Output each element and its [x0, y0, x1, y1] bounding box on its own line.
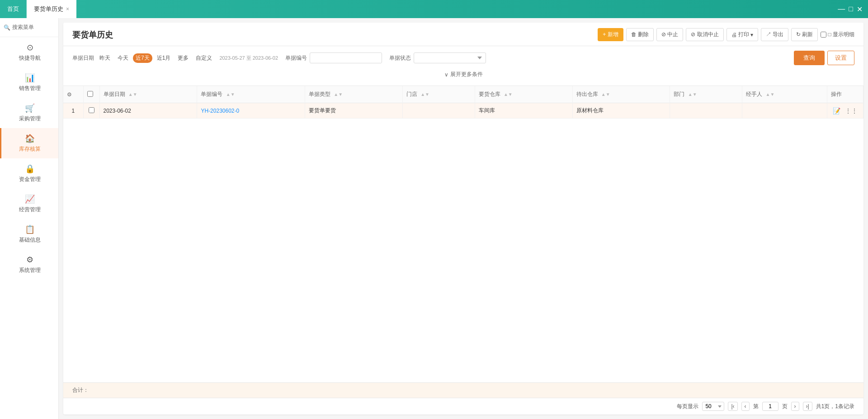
col-header-reqwarehouse[interactable]: 要货仓库 ▲▼ [475, 86, 572, 103]
col-header-pendingwarehouse[interactable]: 待出仓库 ▲▼ [572, 86, 670, 103]
finance-icon: 🔒 [25, 164, 35, 174]
print-icon: 🖨 [731, 32, 737, 38]
sort-icon-docno: ▲▼ [226, 92, 235, 97]
shortcut-7days[interactable]: 近7天 [133, 53, 152, 63]
docno-filter-label: 单据编号 [285, 54, 307, 62]
shortcut-yesterday[interactable]: 昨天 [97, 53, 113, 63]
refresh-button[interactable]: ↻ 刷新 [791, 28, 818, 41]
sidebar-item-label: 库存核算 [19, 145, 41, 153]
row-store [402, 103, 475, 119]
close-window-icon[interactable]: ✕ [857, 5, 863, 14]
row-edit-icon[interactable]: 📝 [833, 107, 840, 114]
col-header-settings[interactable]: ⚙ [63, 86, 83, 103]
sidebar-item-quick-nav[interactable]: ⊙ 快捷导航 [0, 37, 58, 67]
export-button[interactable]: ↗ 导出 [761, 28, 788, 41]
row-checkbox-cell[interactable] [83, 103, 99, 119]
shortcut-more[interactable]: 更多 [175, 53, 191, 63]
shortcut-custom[interactable]: 自定义 [193, 53, 215, 63]
sidebar-item-inventory[interactable]: 🏠 库存核算 [0, 128, 58, 158]
sales-icon: 📊 [25, 73, 35, 83]
data-table: ⚙ 单据日期 ▲▼ 单据编号 ▲▼ [63, 86, 863, 119]
last-page-button[interactable]: ›| [803, 402, 812, 411]
col-header-store[interactable]: 门店 ▲▼ [402, 86, 475, 103]
col-docdate-label: 单据日期 [104, 91, 125, 97]
date-filter-group: 单据日期 昨天 今天 近7天 近1月 更多 自定义 2023-05-27 至 2… [72, 53, 278, 63]
display-detail-checkbox[interactable] [821, 32, 826, 38]
col-header-handler[interactable]: 经手人 ▲▼ [742, 86, 827, 103]
tab-home[interactable]: 首页 [0, 0, 27, 18]
table-header-row: ⚙ 单据日期 ▲▼ 单据编号 ▲▼ [63, 86, 863, 103]
col-docno-label: 单据编号 [201, 91, 222, 97]
col-header-department[interactable]: 部门 ▲▼ [670, 86, 742, 103]
expand-more-button[interactable]: ∨ 展开更多条件 [72, 68, 854, 81]
table-row[interactable]: 1 2023-06-02 YH-20230602-0 要货单要货 车间库 [63, 103, 863, 119]
new-button[interactable]: + 新增 [598, 28, 623, 41]
row-doctype: 要货单要货 [305, 103, 402, 119]
docno-filter-group: 单据编号 [285, 52, 382, 63]
sidebar-item-operations[interactable]: 📈 经营管理 [0, 189, 58, 219]
sidebar-item-purchase[interactable]: 🛒 采购管理 [0, 98, 58, 128]
delete-button[interactable]: 🗑 删除 [626, 28, 654, 41]
col-header-doctype[interactable]: 单据类型 ▲▼ [305, 86, 402, 103]
search-icon: 🔍 [4, 24, 10, 31]
sort-icon-store: ▲▼ [420, 92, 429, 97]
row-docno[interactable]: YH-20230602-0 [197, 103, 305, 119]
display-detail-label: □ 显示明细 [828, 31, 854, 38]
row-checkbox[interactable] [89, 107, 94, 113]
total-info: 共1页，1条记录 [816, 403, 854, 410]
row-docno-link[interactable]: YH-20230602-0 [201, 108, 239, 114]
first-page-button[interactable]: |‹ [728, 402, 737, 411]
quick-nav-icon: ⊙ [27, 43, 33, 52]
sidebar-item-sales[interactable]: 📊 销售管理 [0, 67, 58, 98]
display-detail-button[interactable]: □ 显示明细 [821, 31, 854, 38]
system-icon: ⚙ [26, 255, 33, 265]
expand-label: 展开更多条件 [450, 71, 483, 78]
tab-close-icon[interactable]: × [66, 6, 69, 12]
col-header-docdate[interactable]: 单据日期 ▲▼ [99, 86, 197, 103]
row-pendingwarehouse: 原材料仓库 [572, 103, 670, 119]
row-reqwarehouse: 车间库 [475, 103, 572, 119]
col-header-checkbox[interactable] [83, 86, 99, 103]
page-size-select[interactable]: 50 100 200 [702, 402, 724, 411]
row-delete-icon[interactable]: ⋮⋮ [845, 107, 858, 114]
page-num-input[interactable] [762, 402, 778, 411]
sidebar-item-basic[interactable]: 📋 基础信息 [0, 219, 58, 249]
status-filter-select[interactable] [414, 52, 486, 63]
maximize-icon[interactable]: □ [849, 5, 853, 13]
cancel-stop-button[interactable]: ⊘ 取消中止 [686, 28, 723, 41]
settings-button[interactable]: 设置 [827, 51, 854, 65]
print-button[interactable]: 🖨 打印 ▾ [726, 28, 758, 41]
next-page-button[interactable]: › [791, 402, 799, 411]
sidebar-item-system[interactable]: ⚙ 系统管理 [0, 249, 58, 280]
select-all-checkbox[interactable] [87, 91, 93, 97]
row-docdate: 2023-06-02 [99, 103, 197, 119]
query-button[interactable]: 查询 [794, 51, 825, 65]
shortcut-today[interactable]: 今天 [115, 53, 131, 63]
purchase-icon: 🛒 [25, 103, 35, 113]
prev-page-button[interactable]: ‹ [741, 402, 750, 411]
print-dropdown-icon: ▾ [750, 32, 753, 38]
col-department-label: 部门 [674, 91, 684, 97]
sort-icon-docdate: ▲▼ [128, 92, 137, 97]
col-doctype-label: 单据类型 [309, 91, 330, 97]
col-header-docno[interactable]: 单据编号 ▲▼ [197, 86, 305, 103]
stop-button[interactable]: ⊘ 中止 [656, 28, 683, 41]
sort-icon-doctype: ▲▼ [334, 92, 343, 97]
minimize-icon[interactable]: — [838, 5, 845, 13]
date-filter-label: 单据日期 [72, 54, 94, 62]
shortcut-1month[interactable]: 近1月 [154, 53, 174, 63]
tab-active[interactable]: 要货单历史 × [27, 0, 76, 18]
main-layout: 🔍 搜索菜单 ⊙ 快捷导航 📊 销售管理 🛒 采购管理 🏠 库存核算 🔒 资金管… [0, 18, 868, 419]
sidebar-item-label: 资金管理 [19, 176, 41, 183]
sidebar-item-label: 销售管理 [19, 85, 41, 92]
search-menu-label: 搜索菜单 [12, 24, 34, 31]
sidebar-search-area[interactable]: 🔍 搜索菜单 [0, 18, 58, 37]
sort-icon-handler: ▲▼ [766, 92, 775, 97]
search-menu-button[interactable]: 🔍 搜索菜单 [4, 22, 55, 33]
row-num: 1 [63, 103, 83, 119]
sidebar-item-finance[interactable]: 🔒 资金管理 [0, 158, 58, 189]
operations-icon: 📈 [25, 194, 35, 204]
filter-area: 单据日期 昨天 今天 近7天 近1月 更多 自定义 2023-05-27 至 2… [63, 46, 863, 86]
docno-filter-input[interactable] [310, 52, 382, 63]
content-wrapper: 要货单历史 + 新增 🗑 删除 ⊘ 中止 ⊘ 取消中止 🖨 打印 ▾ ↗ 导出 … [63, 23, 863, 414]
